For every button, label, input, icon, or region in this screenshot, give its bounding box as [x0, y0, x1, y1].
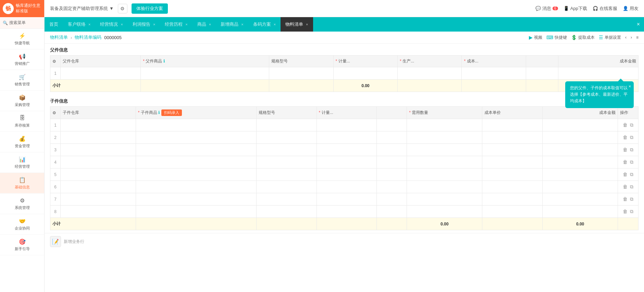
parent-warehouse-cell[interactable]: [61, 67, 141, 80]
sidebar-item-guide[interactable]: 🎯 新手引导: [0, 235, 44, 255]
child-row-3-unit[interactable]: [317, 144, 377, 156]
child-row-1-quantity[interactable]: [407, 119, 482, 131]
parent-section: 父件信息 ⚙ 父件仓库 * 父件商品 ℹ 规格型号: [45, 44, 644, 95]
copy-row-2-button[interactable]: ⧉: [630, 135, 633, 140]
parent-col-product: * 父件商品 ℹ: [141, 56, 269, 67]
tab-close-profit[interactable]: ×: [153, 22, 155, 26]
sidebar-item-sales[interactable]: 🛒 销售管理: [0, 70, 44, 91]
tab-home[interactable]: 首页: [45, 17, 63, 32]
delete-row-6-button[interactable]: 🗑: [623, 184, 628, 189]
tab-barcode[interactable]: 条码方案 ×: [248, 17, 281, 32]
tooltip-close-button[interactable]: ×: [629, 83, 631, 90]
parent-cost-cell[interactable]: [462, 67, 526, 80]
scan-input-button[interactable]: 扫码录入: [161, 109, 182, 116]
copy-row-4-button[interactable]: ⧉: [630, 159, 633, 165]
parent-unit-cell[interactable]: [333, 67, 397, 80]
online-service-button[interactable]: 🎧 在线客服: [593, 5, 617, 12]
parent-product-cell[interactable]: [141, 67, 269, 80]
copy-row-1-button[interactable]: ⧉: [630, 122, 633, 128]
child-row-2-warehouse[interactable]: [61, 131, 136, 144]
message-button[interactable]: 💬 消息 6: [535, 5, 558, 12]
child-col-settings[interactable]: ⚙: [50, 107, 61, 119]
tooltip-bubble: × 您的父件、子件的成本取值可以选择【参考成本、最新进价、平均成本】: [565, 81, 634, 108]
child-row-3-spec[interactable]: [256, 144, 317, 156]
breadcrumb-parent[interactable]: 物料清单: [50, 34, 68, 40]
sidebar-item-basic[interactable]: 📋 基础信息: [0, 173, 44, 194]
tab-close-operations[interactable]: ×: [121, 22, 123, 26]
copy-row-7-button[interactable]: ⧉: [630, 196, 633, 202]
tab-products[interactable]: 商品 ×: [193, 17, 216, 32]
tab-bom[interactable]: 物料清单 ×: [281, 17, 313, 32]
close-all-tabs-button[interactable]: ×: [633, 21, 644, 27]
child-row-1-spec[interactable]: [256, 119, 317, 131]
child-row-2-product[interactable]: [136, 131, 256, 144]
view-video-button[interactable]: ▶ 视频: [529, 35, 542, 40]
doc-settings-button[interactable]: ☰ 单据设置: [599, 35, 621, 40]
child-row-1-num: 1: [50, 119, 61, 131]
delete-row-1-button[interactable]: 🗑: [623, 122, 628, 128]
tab-history[interactable]: 经营历程 ×: [160, 17, 192, 32]
child-row-1-unit[interactable]: [317, 119, 377, 131]
tab-new-product[interactable]: 新增商品 ×: [216, 17, 248, 32]
delete-row-7-button[interactable]: 🗑: [623, 196, 628, 202]
system-icon: ⚙: [19, 197, 26, 204]
user-menu[interactable]: 👤 用友: [623, 5, 639, 12]
prev-record-button[interactable]: ‹: [625, 35, 627, 40]
delete-row-8-button[interactable]: 🗑: [623, 209, 628, 214]
sidebar-item-inventory[interactable]: 🗄 库存核算: [0, 111, 44, 132]
child-row-2-unit[interactable]: [317, 131, 377, 144]
child-row-2-quantity[interactable]: [407, 131, 482, 144]
delete-row-3-button[interactable]: 🗑: [623, 147, 628, 152]
child-row-2-unit-cost[interactable]: [482, 131, 543, 144]
next-record-button[interactable]: ›: [631, 35, 632, 40]
tab-operations[interactable]: 经营情况 ×: [95, 17, 127, 32]
list-view-button[interactable]: ≡: [636, 35, 639, 40]
app-download-button[interactable]: 📱 App下载: [564, 5, 587, 12]
tab-close-bom[interactable]: ×: [306, 22, 308, 26]
delete-row-2-button[interactable]: 🗑: [623, 135, 628, 140]
tab-customer[interactable]: 客户联络 ×: [63, 17, 95, 32]
tab-profit[interactable]: 利润报告 ×: [128, 17, 160, 32]
tab-close-history[interactable]: ×: [185, 22, 187, 26]
parent-production-cell[interactable]: [398, 67, 462, 80]
parent-col-settings[interactable]: ⚙: [50, 56, 61, 67]
sidebar-item-system[interactable]: ⚙ 系统管理: [0, 194, 44, 214]
sidebar-item-purchase[interactable]: 📦 采购管理: [0, 91, 44, 111]
sidebar-item-enterprise[interactable]: 🤝 企业协同: [0, 214, 44, 235]
child-table: ⚙ 子件仓库 * 子件商品 ℹ 扫码录入 规格型号 * 计量...: [50, 106, 639, 230]
extract-cost-button[interactable]: 💲 提取成本: [571, 35, 595, 40]
copy-row-6-button[interactable]: ⧉: [630, 184, 633, 189]
sidebar-item-quick-nav[interactable]: ⚡ 快捷导航: [0, 29, 44, 49]
delete-row-5-button[interactable]: 🗑: [623, 172, 628, 177]
search-menu[interactable]: 🔍 搜索菜单: [0, 17, 44, 29]
copy-row-3-button[interactable]: ⧉: [630, 147, 633, 152]
child-table-row: 6 🗑 ⧉: [50, 181, 639, 193]
system-title-dropdown[interactable]: 装备及固定资产辅助管理系统 ▼: [50, 5, 114, 12]
shortcut-button[interactable]: ⌨ 快捷键: [546, 35, 567, 40]
child-col-warehouse: 子件仓库: [61, 107, 136, 119]
operations-icon: 📊: [19, 156, 26, 163]
child-row-3-quantity[interactable]: [407, 144, 482, 156]
parent-spec-cell[interactable]: [269, 67, 333, 80]
add-row-button[interactable]: 📝: [50, 236, 61, 247]
child-row-1-unit-cost[interactable]: [482, 119, 543, 131]
sidebar-item-marketing[interactable]: 📢 营销推广: [0, 49, 44, 70]
child-row-2-spec[interactable]: [256, 131, 317, 144]
copy-row-5-button[interactable]: ⧉: [630, 172, 633, 177]
sidebar-item-operations[interactable]: 📊 经营管理: [0, 152, 44, 173]
gear-settings-button[interactable]: ⚙: [118, 4, 127, 13]
tab-close-customer[interactable]: ×: [88, 22, 90, 26]
child-row-3-warehouse[interactable]: [61, 144, 136, 156]
basic-icon: 📋: [19, 176, 26, 183]
delete-row-4-button[interactable]: 🗑: [623, 159, 628, 165]
tab-close-new-product[interactable]: ×: [241, 22, 243, 26]
child-row-3-product[interactable]: [136, 144, 256, 156]
child-row-1-product[interactable]: [136, 119, 256, 131]
child-row-1-warehouse[interactable]: [61, 119, 136, 131]
experience-button[interactable]: 体验行业方案: [132, 3, 168, 14]
sidebar-item-finance[interactable]: 💰 资金管理: [0, 132, 44, 152]
tab-close-products[interactable]: ×: [209, 22, 211, 26]
tab-close-barcode[interactable]: ×: [274, 22, 276, 26]
copy-row-8-button[interactable]: ⧉: [630, 209, 633, 214]
child-row-3-unit-cost[interactable]: [482, 144, 543, 156]
